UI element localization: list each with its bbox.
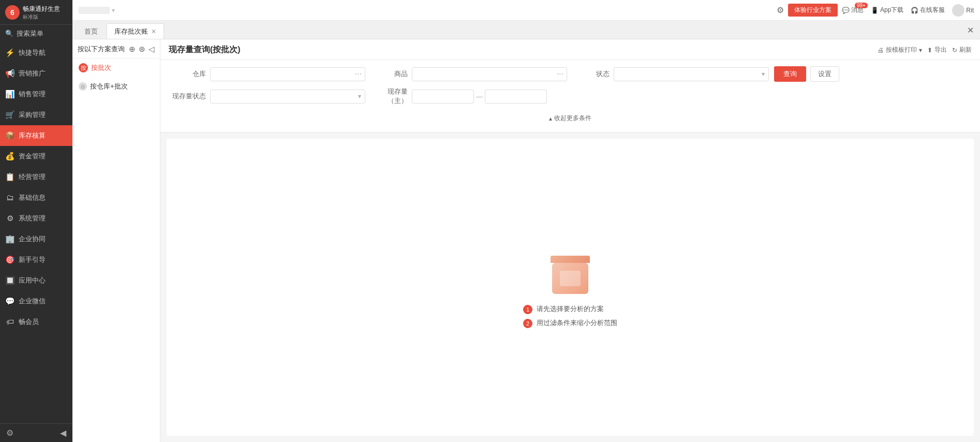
collapse-panel-icon[interactable]: ◁ bbox=[149, 45, 155, 54]
sidebar-item-wechat[interactable]: 💬 企业微信 bbox=[0, 291, 72, 312]
tab-home-label: 首页 bbox=[84, 27, 98, 36]
sidebar-item-marketing[interactable]: 📢 营销推广 bbox=[0, 63, 72, 84]
tab-home[interactable]: 首页 bbox=[77, 23, 106, 39]
topbar: ▾ ⚙ 体验行业方案 💬 消息 99+ 📱 App下载 🎧 在线客服 Rit bbox=[72, 0, 980, 21]
inventory-qty-to-input[interactable] bbox=[485, 90, 547, 104]
refresh-btn[interactable]: ↻ 刷新 bbox=[952, 46, 972, 54]
system-icon: ⚙ bbox=[5, 214, 14, 223]
sidebar-item-apps[interactable]: 🔲 应用中心 bbox=[0, 270, 72, 291]
online-service-label: 在线客服 bbox=[920, 6, 945, 14]
collapse-sidebar-icon[interactable]: ◀ bbox=[60, 428, 66, 438]
warehouse-input[interactable] bbox=[211, 68, 352, 81]
print-template-btn[interactable]: 🖨 按模板打印 ▾ bbox=[878, 46, 922, 54]
query-button[interactable]: 查询 bbox=[774, 66, 806, 82]
trial-btn[interactable]: 体验行业方案 bbox=[788, 4, 838, 17]
inventory-status-label: 现存量状态 bbox=[169, 92, 210, 101]
plan-settings-icon[interactable]: ⊛ bbox=[139, 45, 145, 54]
sidebar-item-quicknav[interactable]: ⚡ 快捷导航 bbox=[0, 42, 72, 63]
right-panel: 现存量查询(按批次) 🖨 按模板打印 ▾ ⬆ 导出 ↻ 刷新 bbox=[160, 39, 980, 442]
sidebar-item-finance[interactable]: 💰 资金管理 bbox=[0, 146, 72, 167]
tab-close-icon[interactable]: ✕ bbox=[151, 28, 156, 35]
sidebar-item-label: 采购管理 bbox=[19, 110, 46, 120]
step-1-text: 请先选择要分析的方案 bbox=[537, 304, 604, 314]
sidebar-item-label: 畅会员 bbox=[19, 317, 39, 327]
app-download-icon: 📱 bbox=[871, 7, 879, 14]
empty-step-1: 1 请先选择要分析的方案 bbox=[523, 304, 617, 314]
messages-button[interactable]: 💬 消息 99+ bbox=[842, 6, 864, 14]
product-input[interactable] bbox=[412, 68, 554, 81]
print-chevron-icon: ▾ bbox=[919, 47, 922, 54]
empty-box bbox=[552, 263, 588, 294]
member-icon: 🏷 bbox=[5, 317, 14, 327]
sidebar-item-system[interactable]: ⚙ 系统管理 bbox=[0, 208, 72, 229]
page-title: 现存量查询(按批次) bbox=[169, 45, 241, 55]
sidebar-item-operation[interactable]: 📋 经营管理 bbox=[0, 167, 72, 187]
page-title-bar: 现存量查询(按批次) 🖨 按模板打印 ▾ ⬆ 导出 ↻ 刷新 bbox=[160, 39, 980, 60]
topbar-settings-icon[interactable]: ⚙ bbox=[777, 5, 784, 15]
enterprise-icon: 🏢 bbox=[5, 234, 14, 244]
wechat-icon: 💬 bbox=[5, 297, 14, 306]
page-title-actions: 🖨 按模板打印 ▾ ⬆ 导出 ↻ 刷新 bbox=[878, 46, 972, 54]
step-2-text: 用过滤条件来缩小分析范围 bbox=[537, 318, 617, 328]
warehouse-field: 仓库 ··· bbox=[169, 67, 365, 81]
sidebar-item-enterprise[interactable]: 🏢 企业协同 bbox=[0, 229, 72, 249]
export-btn[interactable]: ⬆ 导出 bbox=[927, 46, 947, 54]
plan-item-by-batch[interactable]: 按 按批次 bbox=[72, 58, 160, 77]
status-select[interactable]: 正常 停用 bbox=[614, 67, 769, 81]
search-icon: 🔍 bbox=[5, 30, 13, 37]
app-download-button[interactable]: 📱 App下载 bbox=[871, 6, 903, 14]
step-1-num: 1 bbox=[523, 305, 532, 314]
inventory-icon: 📦 bbox=[5, 131, 14, 140]
filter-row-1: 仓库 ··· 商品 ··· 状态 bbox=[169, 66, 972, 82]
sidebar-item-member[interactable]: 🏷 畅会员 bbox=[0, 312, 72, 332]
sidebar-item-label: 营销推广 bbox=[19, 69, 46, 78]
sidebar-item-label: 经营管理 bbox=[19, 172, 46, 182]
product-label: 商品 bbox=[370, 69, 412, 79]
warehouse-dots[interactable]: ··· bbox=[352, 69, 365, 79]
inventory-status-field: 现存量状态 全部 有库存 无库存 ▾ bbox=[169, 90, 365, 104]
sidebar-item-label: 销售管理 bbox=[19, 90, 46, 99]
user-menu[interactable]: Rit bbox=[952, 4, 974, 17]
tabs-right-close-icon[interactable]: ✕ bbox=[967, 25, 974, 35]
product-dots[interactable]: ··· bbox=[554, 69, 567, 79]
finance-icon: 💰 bbox=[5, 152, 14, 161]
sidebar-item-label: 快捷导航 bbox=[19, 48, 46, 57]
empty-illustration bbox=[544, 242, 596, 294]
collapse-label: 收起更多条件 bbox=[554, 114, 591, 123]
breadcrumb: ▾ bbox=[79, 7, 115, 14]
sidebar-search-label: 搜索菜单 bbox=[17, 29, 43, 38]
tab-inventory-batch-label: 库存批次账 bbox=[114, 27, 148, 36]
inventory-status-select[interactable]: 全部 有库存 无库存 bbox=[210, 90, 365, 104]
sidebar-bottom: ⚙ ◀ bbox=[0, 423, 72, 442]
empty-state: 1 请先选择要分析的方案 2 用过滤条件来缩小分析范围 bbox=[167, 139, 974, 436]
app-download-label: App下载 bbox=[880, 6, 903, 14]
sidebar-item-purchase[interactable]: 🛒 采购管理 bbox=[0, 105, 72, 125]
plan-label: 按仓库+批次 bbox=[90, 82, 128, 91]
tab-inventory-batch[interactable]: 库存批次账 ✕ bbox=[107, 23, 164, 39]
status-field: 状态 正常 停用 ▾ bbox=[572, 67, 769, 81]
sidebar-item-inventory[interactable]: 📦 库存核算 bbox=[0, 125, 72, 146]
sidebar-item-label: 库存核算 bbox=[19, 131, 46, 140]
sidebar-search[interactable]: 🔍 搜索菜单 bbox=[0, 25, 72, 42]
plan-item-by-warehouse-batch[interactable]: ⊙ 按仓库+批次 bbox=[72, 77, 160, 96]
empty-step-2: 2 用过滤条件来缩小分析范围 bbox=[523, 318, 617, 328]
warehouse-label: 仓库 bbox=[169, 69, 210, 79]
sidebar-item-basic[interactable]: 🗂 基础信息 bbox=[0, 187, 72, 208]
collapse-more[interactable]: ▴ 收起更多条件 bbox=[169, 111, 972, 126]
inventory-qty-from-input[interactable] bbox=[412, 90, 474, 104]
sidebar-item-sales[interactable]: 📊 销售管理 bbox=[0, 84, 72, 105]
settings-button[interactable]: 设置 bbox=[810, 66, 839, 82]
plan-list: 按 按批次 ⊙ 按仓库+批次 bbox=[72, 58, 160, 442]
messages-icon: 💬 bbox=[842, 7, 850, 14]
sidebar-item-newbie[interactable]: 🎯 新手引导 bbox=[0, 249, 72, 270]
breadcrumb-chevron-icon: ▾ bbox=[112, 7, 115, 14]
sidebar-item-label: 新手引导 bbox=[19, 255, 46, 264]
main-area: ▾ ⚙ 体验行业方案 💬 消息 99+ 📱 App下载 🎧 在线客服 Rit bbox=[72, 0, 980, 442]
inventory-qty-field: 现存量（主） — bbox=[370, 87, 567, 106]
user-avatar bbox=[952, 4, 964, 17]
tabs-bar: 首页 库存批次账 ✕ ✕ bbox=[72, 21, 980, 39]
online-service-button[interactable]: 🎧 在线客服 bbox=[911, 6, 945, 14]
add-plan-icon[interactable]: ⊕ bbox=[129, 45, 136, 54]
settings-bottom-icon[interactable]: ⚙ bbox=[6, 428, 13, 438]
printer-icon: 🖨 bbox=[878, 47, 884, 54]
